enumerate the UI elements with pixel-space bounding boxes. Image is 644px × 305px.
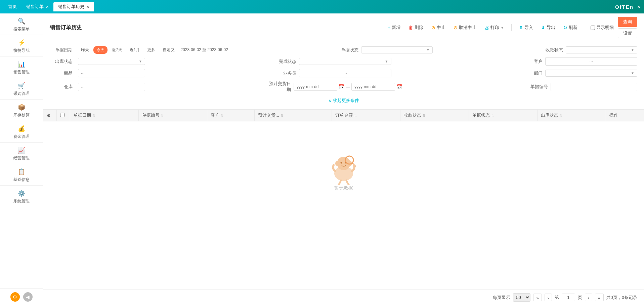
sidebar-item-sys-mgmt[interactable]: ⚙️ 系统管理 — [0, 186, 43, 207]
sidebar-item-inventory[interactable]: 📦 库存核算 — [0, 100, 43, 121]
next-page-button[interactable]: › — [585, 294, 592, 301]
date-btn-custom[interactable]: 自定义 — [160, 46, 178, 54]
first-page-button[interactable]: « — [533, 294, 542, 301]
sidebar-collapse-icon[interactable]: ◀ — [23, 292, 33, 302]
delivery-status-select[interactable]: ▼ — [78, 58, 145, 65]
cancel-stop-label: 取消中止 — [459, 25, 476, 31]
empty-illustration — [325, 148, 362, 185]
doc-status-select[interactable]: ▼ — [361, 46, 433, 53]
top-close-icon[interactable]: ✕ — [637, 4, 641, 9]
page-word: 第 — [555, 295, 559, 301]
delete-button[interactable]: 🗑 删除 — [406, 23, 425, 32]
th-gear[interactable]: ⚙ — [43, 110, 57, 121]
stop-button[interactable]: ⊘ 中止 — [429, 23, 447, 32]
sidebar-item-operations[interactable]: 📈 经营管理 — [0, 143, 43, 164]
doc-no-input[interactable] — [551, 83, 637, 91]
sidebar-item-purchase-mgmt[interactable]: 🛒 采购管理 — [0, 78, 43, 100]
sidebar-item-sales-mgmt[interactable]: 📊 销售管理 — [0, 56, 43, 78]
main-layout: 🔍 搜索菜单 ⚡ 快捷导航 📊 销售管理 🛒 采购管理 📦 库存核算 💰 资金管… — [0, 13, 644, 305]
page-title: 销售订单历史 — [50, 24, 386, 31]
th-delivery-status[interactable]: 出库状态 ⇅ — [537, 110, 606, 121]
sidebar-item-quick-nav[interactable]: ⚡ 快捷导航 — [0, 35, 43, 56]
toolbar-divider-1 — [511, 24, 512, 31]
sales-order-tab-close[interactable]: ✕ — [46, 5, 49, 9]
export-button[interactable]: ⬇ 导出 — [539, 23, 557, 32]
collapse-row[interactable]: ∧ 收起更多条件 — [50, 96, 637, 105]
sidebar-settings-icon[interactable]: ⚙ — [10, 292, 20, 302]
show-detail-toggle[interactable]: 显示明细 — [591, 25, 614, 31]
sidebar-item-label-finance: 资金管理 — [13, 134, 30, 140]
tab-sales-order[interactable]: 销售订单 ✕ — [22, 2, 53, 11]
tab-home[interactable]: 首页 — [3, 2, 22, 11]
collapse-label: 收起更多条件 — [333, 98, 359, 104]
table-header: ⚙ 单据日期 ⇅ 单据编号 ⇅ — [43, 110, 644, 121]
salesperson-label: 业务员 — [273, 70, 296, 76]
th-customer[interactable]: 客户 ⇅ — [207, 110, 254, 121]
calendar-from-icon[interactable]: 📅 — [339, 84, 344, 89]
delivery-date-section: 预计交货日期 📅 — 📅 — [268, 81, 402, 93]
payment-status-select[interactable]: ▼ — [566, 46, 637, 53]
th-order-amount[interactable]: 订单金额 ⇅ — [332, 110, 400, 121]
th-doc-status[interactable]: 单据状态 ⇅ — [469, 110, 537, 121]
sidebar-item-label-sys-mgmt: 系统管理 — [13, 198, 30, 204]
th-doc-date[interactable]: 单据日期 ⇅ — [70, 110, 139, 121]
customer-input[interactable]: ··· — [545, 57, 637, 66]
warehouse-input[interactable]: ··· — [78, 83, 145, 91]
date-btn-more[interactable]: 更多 — [144, 46, 158, 54]
department-select[interactable]: ▼ — [545, 70, 637, 77]
show-detail-checkbox[interactable] — [591, 26, 595, 30]
sidebar-item-label-sales-mgmt: 销售管理 — [13, 69, 30, 75]
customer-section: 客户 ··· — [520, 57, 637, 66]
last-page-button[interactable]: » — [595, 294, 603, 301]
sidebar-item-search-menu[interactable]: 🔍 搜索菜单 — [0, 13, 43, 35]
gear-icon[interactable]: ⚙ — [47, 113, 51, 118]
page-number-input[interactable] — [562, 294, 575, 301]
sidebar-item-label-search-menu: 搜索菜单 — [13, 26, 30, 32]
select-all-checkbox[interactable] — [60, 113, 65, 117]
date-btn-1month[interactable]: 近1月 — [127, 46, 143, 54]
print-dropdown-icon[interactable]: ▼ — [501, 26, 504, 30]
date-btn-yesterday[interactable]: 昨天 — [78, 46, 92, 54]
salesperson-input[interactable]: ··· — [299, 69, 391, 77]
calendar-to-icon[interactable]: 📅 — [396, 84, 402, 89]
new-button[interactable]: + 新增 — [386, 23, 402, 32]
sales-order-tab-label: 销售订单 — [26, 4, 44, 10]
goods-input[interactable]: ··· — [78, 69, 145, 77]
th-doc-no[interactable]: 单据编号 ⇅ — [138, 110, 207, 121]
settings-button[interactable]: 设置 — [618, 28, 637, 38]
sort-doc-status-icon: ⇅ — [491, 114, 494, 117]
th-operation-label: 操作 — [609, 113, 618, 118]
sales-order-history-tab-close[interactable]: ✕ — [86, 5, 89, 9]
completion-status-arrow: ▼ — [385, 60, 388, 63]
completion-status-select[interactable]: ▼ — [299, 58, 391, 65]
delivery-date-to[interactable] — [351, 83, 395, 91]
sidebar-item-finance[interactable]: 💰 资金管理 — [0, 121, 43, 143]
stop-label: 中止 — [437, 25, 445, 31]
sidebar-item-basic-info[interactable]: 📋 基础信息 — [0, 164, 43, 186]
print-button[interactable]: 🖨 打印 ▼ — [482, 23, 506, 32]
date-range-display: 2023-06-02 至 2023-06-02 — [180, 47, 228, 53]
delivery-date-from[interactable] — [294, 83, 337, 91]
search-menu-icon: 🔍 — [18, 17, 25, 25]
payment-status-label: 收款状态 — [540, 47, 563, 53]
payment-status-arrow: ▼ — [631, 48, 634, 52]
th-customer-label: 客户 — [211, 113, 219, 118]
delivery-date-range: 📅 — 📅 — [294, 83, 402, 91]
th-delivery-date-label: 预计交货... — [258, 113, 279, 118]
refresh-button[interactable]: ↻ 刷新 — [561, 23, 579, 32]
th-payment-status[interactable]: 收款状态 ⇅ — [400, 110, 469, 121]
th-check[interactable] — [57, 110, 70, 121]
prev-page-button[interactable]: ‹ — [545, 294, 552, 301]
date-label: 单据日期 — [50, 47, 73, 53]
sort-payment-status-icon: ⇅ — [423, 114, 425, 117]
date-btn-7days[interactable]: 近7天 — [109, 46, 125, 54]
th-doc-status-label: 单据状态 — [472, 113, 490, 118]
import-button[interactable]: ⬆ 导入 — [517, 23, 535, 32]
tab-sales-order-history[interactable]: 销售订单历史 ✕ — [53, 2, 94, 11]
page-size-select[interactable]: 20 50 100 — [513, 293, 530, 302]
date-btn-today[interactable]: 今天 — [93, 46, 108, 54]
th-delivery-date[interactable]: 预计交货... ⇅ — [255, 110, 332, 121]
query-button[interactable]: 查询 — [618, 17, 637, 27]
sort-order-amount-icon: ⇅ — [354, 114, 357, 117]
cancel-stop-button[interactable]: ⊘ 取消中止 — [452, 23, 478, 32]
